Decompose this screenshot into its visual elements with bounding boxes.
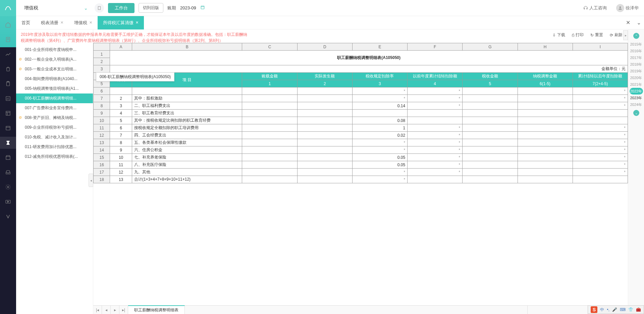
cell-c6[interactable]: [518, 139, 573, 146]
cell-c2[interactable]: [297, 87, 352, 95]
tab-more-button[interactable]: ⌄: [633, 17, 644, 28]
cell-c2[interactable]: [297, 146, 352, 154]
cell-c6[interactable]: [518, 154, 573, 161]
sheet-nav-first[interactable]: |◂: [93, 306, 102, 314]
cell-c2[interactable]: [297, 161, 352, 169]
cell-item[interactable]: 合计(1+3+4+7+8+9+10+11+12): [132, 176, 242, 183]
cell-item[interactable]: [132, 87, 242, 95]
cell-c1[interactable]: [242, 139, 297, 146]
cell-c6[interactable]: [518, 161, 573, 169]
cell-c7[interactable]: *: [573, 169, 628, 176]
form-item-0[interactable]: 001-企业所得税年度纳税申...: [16, 45, 93, 55]
cell-c2[interactable]: [297, 110, 352, 117]
cell-c1[interactable]: [242, 95, 297, 102]
nav-report-icon[interactable]: [0, 92, 16, 105]
cell-c3[interactable]: *: [352, 176, 407, 183]
cell-c5[interactable]: [463, 87, 518, 95]
cell-c4[interactable]: *: [408, 95, 463, 102]
cell-c5[interactable]: [463, 139, 518, 146]
cell-c1[interactable]: [242, 161, 297, 169]
cell-c6[interactable]: [518, 132, 573, 139]
cell-c3[interactable]: 0.08: [352, 117, 407, 124]
cell-c5[interactable]: [463, 161, 518, 169]
cell-c6[interactable]: [518, 169, 573, 176]
cell-no[interactable]: 8: [110, 139, 132, 146]
app-logo[interactable]: [0, 0, 16, 16]
tab-2[interactable]: 增值税✕: [69, 16, 98, 29]
refresh-button[interactable]: ⟳刷新: [610, 32, 623, 38]
year-2021年[interactable]: 2021年: [630, 81, 643, 88]
cell-item[interactable]: 六、住房公积金: [132, 146, 242, 154]
cell-c6[interactable]: [518, 95, 573, 102]
year-2017年[interactable]: 2017年: [630, 54, 643, 61]
sheet-nav-next[interactable]: ▸: [111, 306, 119, 314]
tab-1[interactable]: 税表清册✕: [36, 16, 69, 29]
cell-c5[interactable]: [463, 124, 518, 132]
year-2019年[interactable]: 2019年: [630, 68, 643, 74]
form-item-7[interactable]: ⊘008-资产折旧、摊销及纳税...: [16, 113, 93, 123]
cell-c5[interactable]: [463, 146, 518, 154]
cell-c1[interactable]: [242, 146, 297, 154]
cell-c7[interactable]: *: [573, 139, 628, 146]
nav-video-icon[interactable]: [0, 196, 16, 208]
close-icon[interactable]: ✕: [60, 20, 63, 25]
cell-c6[interactable]: [518, 87, 573, 95]
year-2022年[interactable]: 2022年: [630, 88, 643, 95]
cell-item[interactable]: 其中：股权激励: [132, 95, 242, 102]
tab-0[interactable]: 首页: [16, 16, 36, 29]
cell-c7[interactable]: *: [573, 146, 628, 154]
cell-c6[interactable]: [518, 102, 573, 110]
cell-c1[interactable]: [242, 110, 297, 117]
cell-c7[interactable]: *: [573, 87, 628, 95]
cell-c1[interactable]: [242, 87, 297, 95]
cell-c4[interactable]: *: [408, 161, 463, 169]
nav-bag-icon[interactable]: [0, 63, 16, 75]
user-menu[interactable]: 徐泽华: [616, 4, 639, 12]
form-item-8[interactable]: 009-企业所得税弥补亏损明...: [16, 123, 93, 132]
cell-c5[interactable]: [463, 132, 518, 139]
cell-c4[interactable]: *: [408, 139, 463, 146]
cell-item[interactable]: 按税收规定全额扣除的职工培训费用: [132, 124, 242, 132]
year-scroll-down[interactable]: ⌄: [633, 110, 639, 116]
cell-c5[interactable]: [463, 117, 518, 124]
cell-c2[interactable]: [297, 117, 352, 124]
nav-home-icon[interactable]: [0, 19, 16, 31]
cell-no[interactable]: 6: [110, 124, 132, 132]
reset-button[interactable]: ↻重置: [590, 32, 603, 38]
ime-punct-icon[interactable]: •,: [607, 307, 609, 312]
sheet-tab[interactable]: 职工薪酬纳税调整明细表: [128, 305, 185, 314]
nav-doc-icon[interactable]: [0, 34, 16, 46]
cell-c7[interactable]: *: [573, 102, 628, 110]
cell-c1[interactable]: [242, 154, 297, 161]
tax-type-dropdown[interactable]: 增值税 ⌄: [21, 4, 91, 12]
nav-tax-icon[interactable]: [0, 137, 16, 149]
cell-c6[interactable]: [518, 110, 573, 117]
cell-c7[interactable]: [573, 117, 628, 124]
cell-no[interactable]: 7: [110, 132, 132, 139]
ime-skin-icon[interactable]: 👕: [628, 307, 633, 312]
nav-inbox-icon[interactable]: [0, 166, 16, 178]
cell-c2[interactable]: [297, 154, 352, 161]
cell-c6[interactable]: [518, 146, 573, 154]
collapse-handle[interactable]: ◂: [89, 174, 93, 187]
cell-c4[interactable]: *: [408, 146, 463, 154]
cell-c4[interactable]: [408, 110, 463, 117]
form-item-4[interactable]: 005-纳税调整项目明细表(A1...: [16, 84, 93, 93]
cell-c4[interactable]: *: [408, 87, 463, 95]
cell-c6[interactable]: [518, 124, 573, 132]
cell-c4[interactable]: *: [408, 102, 463, 110]
cell-item[interactable]: 八、补充医疗保险: [132, 161, 242, 169]
cell-c7[interactable]: *: [573, 95, 628, 102]
cell-no[interactable]: 11: [110, 161, 132, 169]
year-2015年[interactable]: 2015年: [630, 41, 643, 48]
cell-no[interactable]: 9: [110, 146, 132, 154]
cell-c2[interactable]: [297, 132, 352, 139]
cell-c5[interactable]: [463, 176, 518, 183]
workbench-button[interactable]: 工作台: [108, 3, 135, 13]
spreadsheet[interactable]: ABCDEFGHI1职工薪酬纳税调整明细表(A105050)23金额单位：元4行…: [93, 43, 628, 305]
nav-settings-icon[interactable]: [0, 181, 16, 193]
cell-c1[interactable]: [242, 169, 297, 176]
cell-c3[interactable]: 0.05: [352, 154, 407, 161]
cell-c7[interactable]: [573, 110, 628, 117]
cell-c7[interactable]: *: [573, 132, 628, 139]
